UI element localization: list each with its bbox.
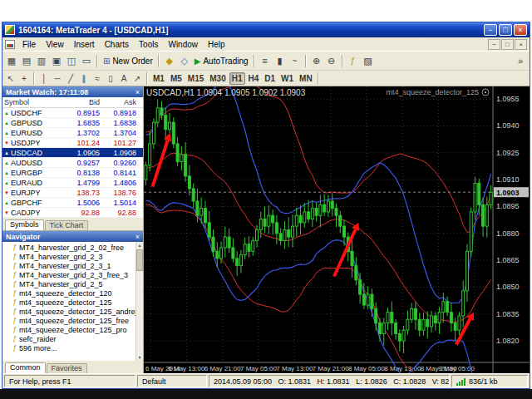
menu-item-help[interactable]: Help <box>203 39 230 50</box>
candlestick-chart-icon[interactable]: ▮ <box>273 53 288 68</box>
symbol-row-usdchf[interactable]: ▲USDCHF0.89150.8918 <box>2 108 143 118</box>
status-profile[interactable]: Default <box>137 375 207 387</box>
new-chart-icon[interactable]: ▦ <box>4 53 19 68</box>
timeframe-m15-button[interactable]: M15 <box>185 72 206 85</box>
menu-item-charts[interactable]: Charts <box>100 39 134 50</box>
symbol-row-usdjpy[interactable]: ▼USDJPY101.24101.27 <box>2 138 143 148</box>
market-watch-icon[interactable]: ▥ <box>34 53 49 68</box>
navigator-item[interactable]: ƒMT4_harvester_grid_2_3_1 <box>2 261 143 270</box>
chart-window-icon[interactable] <box>5 40 15 49</box>
symbol-row-eurjpy[interactable]: ▼EURJPY138.73138.76 <box>2 188 143 198</box>
profiles-icon[interactable]: ▤ <box>19 53 34 68</box>
column-header-ask[interactable]: Ask <box>102 97 139 107</box>
toolbar-overflow-icon[interactable]: » <box>513 53 528 68</box>
navigator-item[interactable]: ƒMT4_harvester_grid_2_3 <box>2 252 143 261</box>
expert-advisors-icon[interactable]: ◆ <box>162 53 177 68</box>
terminal-icon[interactable]: ▭ <box>79 53 94 68</box>
indicators-icon[interactable]: ƒ <box>346 53 361 68</box>
market-watch-header[interactable]: Market Watch: 17:11:08 × <box>2 86 143 97</box>
text-label-icon[interactable]: A <box>117 72 131 85</box>
navigator-item[interactable]: ƒmt4_squeeze_detector_125_pro <box>2 325 143 334</box>
cursor-icon[interactable]: ↖ <box>4 72 17 85</box>
price-chart[interactable]: 1.09551.09401.09251.09101.08951.08801.08… <box>144 86 530 373</box>
child-minimize-button[interactable]: − <box>488 39 500 50</box>
shapes-icon[interactable]: ▯ <box>104 72 117 85</box>
navigator-tab-favorites[interactable]: Favorites <box>47 363 87 373</box>
market-watch-close-icon[interactable]: × <box>135 88 140 96</box>
child-restore-button[interactable]: □ <box>501 39 514 50</box>
market-watch-tab-tick-chart[interactable]: Tick Chart <box>45 220 89 230</box>
metatrader-logo-icon <box>5 25 15 35</box>
navigator-item[interactable]: ƒMT4_harvester_grid_2_5 <box>2 279 143 288</box>
navigator-scrollbar[interactable]: ▲ ▼ <box>135 242 143 361</box>
timeframe-m1-button[interactable]: M1 <box>150 72 167 85</box>
chart-area[interactable]: 1.09551.09401.09251.09101.08951.08801.08… <box>144 86 530 373</box>
crosshair-icon[interactable]: + <box>17 72 31 85</box>
menu-item-tools[interactable]: Tools <box>134 39 163 50</box>
navigator-item[interactable]: ƒmt4_squeeze_detector_125_free <box>2 316 143 325</box>
line-chart-icon[interactable]: ~ <box>288 53 303 68</box>
symbol-name: USDCHF <box>11 109 42 117</box>
child-close-button[interactable]: × <box>515 39 527 50</box>
scrollbar-up-icon[interactable]: ▲ <box>136 242 143 249</box>
zoom-out-icon[interactable]: ⊖ <box>324 53 339 68</box>
market-watch-tabs: SymbolsTick Chart <box>2 218 143 230</box>
navigator-item[interactable]: ƒMT4_harvester_grid_2_02_free <box>2 243 143 252</box>
fibonacci-icon[interactable]: ≈ <box>91 72 104 85</box>
channel-icon[interactable]: ∥ <box>77 72 91 85</box>
horizontal-line-icon[interactable]: ─ <box>51 72 64 85</box>
symbol-row-eurgbp[interactable]: ▲EURGBP0.81380.8141 <box>2 168 143 178</box>
navigator-item[interactable]: ƒmt4_squeeze_detector_125_andrej <box>2 307 143 316</box>
zoom-in-icon[interactable]: ⊕ <box>309 53 324 68</box>
timeframe-w1-button[interactable]: W1 <box>278 72 296 85</box>
scripts-icon[interactable]: ◇ <box>177 53 192 68</box>
maximize-button[interactable]: □ <box>499 24 512 36</box>
column-header-bid[interactable]: Bid <box>59 97 102 107</box>
navigator-item[interactable]: ƒMT4_harvester_grid_2_3_free_3 <box>2 270 143 279</box>
menu-item-file[interactable]: File <box>17 39 41 50</box>
menu-item-window[interactable]: Window <box>163 39 203 50</box>
close-button[interactable]: × <box>514 24 527 36</box>
ask-value: 92.88 <box>102 208 139 217</box>
timeframe-mn-button[interactable]: MN <box>297 72 315 85</box>
navigator-panel: Navigator × ƒMT4_harvester_grid_2_02_fre… <box>2 230 143 373</box>
vertical-line-icon[interactable]: │ <box>37 72 51 85</box>
new-order-button[interactable]: ⊞ New Order <box>101 53 155 68</box>
templates-icon[interactable]: ▨ <box>361 53 376 68</box>
menu-item-view[interactable]: View <box>41 39 69 50</box>
symbol-row-eurusd[interactable]: ▲EURUSD1.37021.3704 <box>2 128 143 138</box>
symbol-row-gbpusd[interactable]: ▲GBPUSD1.68351.6838 <box>2 118 143 128</box>
column-header-symbol[interactable]: Symbol <box>2 97 59 107</box>
navigator-item[interactable]: ƒ596 more... <box>2 343 143 352</box>
symbol-row-cadjpy[interactable]: ▼CADJPY92.8892.88 <box>2 208 143 218</box>
symbol-row-audusd[interactable]: ▲AUDUSD0.92570.9260 <box>2 158 143 168</box>
navigator-icon[interactable]: ◫ <box>64 53 79 68</box>
navigator-header[interactable]: Navigator × <box>2 231 143 242</box>
autotrading-button[interactable]: ▶ AutoTrading <box>192 53 251 68</box>
bar-chart-icon[interactable]: ≡ <box>258 53 273 68</box>
navigator-close-icon[interactable]: × <box>135 233 140 241</box>
title-bar[interactable]: 1604164: MetaTrader 4 - [USDCAD,H1] − □ … <box>2 22 530 37</box>
timeframe-h4-button[interactable]: H4 <box>246 72 262 85</box>
bid-value: 0.8138 <box>59 168 102 177</box>
symbol-row-euraud[interactable]: ▲EURAUD1.47991.4806 <box>2 178 143 188</box>
timeframe-d1-button[interactable]: D1 <box>262 72 278 85</box>
navigator-item[interactable]: ƒmt4_squeeze_detector_125 <box>2 298 143 307</box>
arrow-object-icon[interactable]: ↗ <box>131 72 144 85</box>
navigator-item[interactable]: ƒsefc_raider <box>2 334 143 343</box>
timeframe-m30-button[interactable]: M30 <box>207 72 228 85</box>
market-watch-tab-symbols[interactable]: Symbols <box>5 219 44 230</box>
ask-value: 0.8918 <box>102 108 139 117</box>
symbol-row-usdcad[interactable]: ▲USDCAD1.09051.0908 <box>2 148 143 158</box>
data-window-icon[interactable]: ▣ <box>49 53 64 68</box>
trendline-icon[interactable]: ╱ <box>64 72 77 85</box>
symbol-row-gbpchf[interactable]: ▲GBPCHF1.50061.5014 <box>2 198 143 208</box>
timeframe-h1-button[interactable]: H1 <box>229 72 245 85</box>
scrollbar-down-icon[interactable]: ▼ <box>136 354 143 361</box>
scrollbar-thumb[interactable] <box>136 249 143 271</box>
navigator-item[interactable]: ƒmt4_squeeze_detector_120 <box>2 288 143 298</box>
navigator-tab-common[interactable]: Common <box>5 362 46 373</box>
minimize-button[interactable]: − <box>484 24 497 36</box>
timeframe-m5-button[interactable]: M5 <box>168 72 185 85</box>
menu-item-insert[interactable]: Insert <box>69 39 100 50</box>
